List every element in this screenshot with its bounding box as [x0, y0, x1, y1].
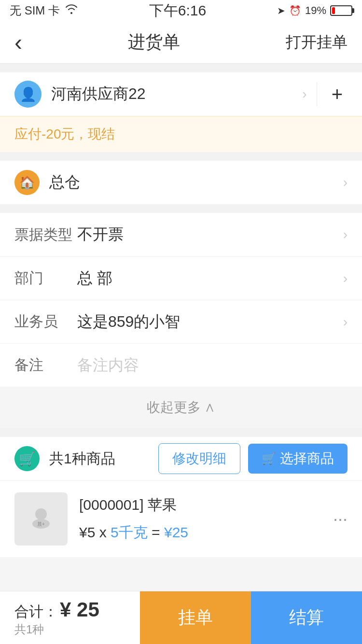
- product-code: [0000001]: [79, 497, 143, 513]
- salesman-row[interactable]: 业务员 这是859的小智 ›: [0, 300, 362, 343]
- footer: 合计： ¥ 25 共1种 挂单 结算: [0, 591, 362, 644]
- battery-icon: [330, 5, 352, 16]
- supplier-row[interactable]: 👤 河南供应商22 › +: [0, 72, 362, 116]
- divider-2: [0, 204, 362, 213]
- remark-placeholder: 备注内容: [77, 355, 348, 376]
- product-name: [0000001] 苹果: [79, 495, 321, 515]
- products-count: 共1种商品: [40, 449, 158, 469]
- warehouse-section: 🏠 总仓 ›: [0, 161, 362, 204]
- products-section: 🛒 共1种商品 修改明细 🛒 选择商品 晨+ [0000001] 苹果 ¥5 x: [0, 437, 362, 557]
- add-supplier-button[interactable]: +: [327, 84, 348, 105]
- hang-button[interactable]: 挂单: [140, 591, 251, 644]
- footer-total-label: 合计：: [14, 602, 58, 622]
- remark-label: 备注: [14, 355, 77, 375]
- divider-1: [0, 152, 362, 161]
- collapse-button[interactable]: 收起更多 ∧: [0, 387, 362, 428]
- department-chevron-icon: ›: [343, 271, 348, 286]
- top-divider: [0, 64, 362, 72]
- department-label: 部门: [14, 268, 77, 288]
- product-thumbnail: 晨+: [14, 492, 68, 546]
- page-title: 进货单: [128, 30, 180, 54]
- nav-bar: ‹ 进货单 打开挂单: [0, 21, 362, 64]
- supplier-section: 👤 河南供应商22 › + 应付-20元，现结: [0, 72, 362, 152]
- salesman-label: 业务员: [14, 312, 77, 332]
- product-title: 苹果: [148, 497, 177, 513]
- settle-button[interactable]: 结算: [251, 591, 362, 644]
- svg-point-0: [35, 508, 47, 520]
- warehouse-row[interactable]: 🏠 总仓 ›: [0, 161, 362, 204]
- divider-line: [317, 82, 317, 106]
- status-time: 下午6:16: [149, 1, 206, 21]
- alarm-icon: ⏰: [289, 5, 301, 16]
- footer-total-amount: ¥ 25: [60, 598, 99, 621]
- carrier-text: 无 SIM 卡: [10, 3, 60, 18]
- salesman-value: 这是859的小智: [77, 311, 343, 333]
- product-price: ¥5 x 5千克 = ¥25: [79, 523, 321, 543]
- select-product-button[interactable]: 🛒 选择商品: [248, 444, 348, 474]
- ticket-type-label: 票据类型: [14, 225, 77, 245]
- products-icon: 🛒: [14, 446, 40, 471]
- fields-section: 票据类型 不开票 › 部门 总 部 › 业务员 这是859的小智 › 备注 备注…: [0, 213, 362, 387]
- wifi-icon: [65, 4, 78, 17]
- product-more-button[interactable]: ···: [333, 509, 348, 529]
- avatar-icon: 👤: [20, 86, 37, 102]
- products-header: 🛒 共1种商品 修改明细 🛒 选择商品: [0, 437, 362, 480]
- warehouse-name: 总仓: [40, 172, 343, 193]
- department-row[interactable]: 部门 总 部 ›: [0, 256, 362, 300]
- ticket-type-row[interactable]: 票据类型 不开票 ›: [0, 213, 362, 256]
- edit-detail-button[interactable]: 修改明细: [158, 443, 240, 474]
- ticket-type-value: 不开票: [77, 224, 343, 245]
- product-item: 晨+ [0000001] 苹果 ¥5 x 5千克 = ¥25 ···: [0, 480, 362, 557]
- warehouse-icon: 🏠: [14, 170, 40, 195]
- location-icon: ➤: [277, 5, 285, 16]
- supplier-avatar: 👤: [14, 81, 42, 108]
- status-right: ➤ ⏰ 19%: [277, 4, 352, 17]
- status-bar: 无 SIM 卡 下午6:16 ➤ ⏰ 19%: [0, 0, 362, 21]
- open-pending-button[interactable]: 打开挂单: [286, 32, 348, 53]
- supplier-chevron-icon: ›: [302, 86, 306, 102]
- footer-sub-label: 共1种: [14, 622, 125, 637]
- salesman-chevron-icon: ›: [343, 314, 348, 330]
- divider-3: [0, 428, 362, 437]
- supplier-alert: 应付-20元，现结: [0, 116, 362, 152]
- svg-text:晨+: 晨+: [37, 521, 45, 527]
- status-left: 无 SIM 卡: [10, 3, 78, 18]
- ticket-type-chevron-icon: ›: [343, 227, 348, 242]
- remark-row[interactable]: 备注 备注内容: [0, 343, 362, 387]
- select-product-icon: 🛒: [262, 452, 276, 465]
- warehouse-chevron-icon: ›: [343, 175, 348, 190]
- department-value: 总 部: [77, 268, 343, 289]
- product-info: [0000001] 苹果 ¥5 x 5千克 = ¥25: [79, 495, 321, 543]
- footer-total: 合计： ¥ 25 共1种: [0, 598, 140, 637]
- battery-percent: 19%: [305, 4, 326, 17]
- back-button[interactable]: ‹: [14, 29, 22, 56]
- supplier-name: 河南供应商22: [42, 84, 302, 105]
